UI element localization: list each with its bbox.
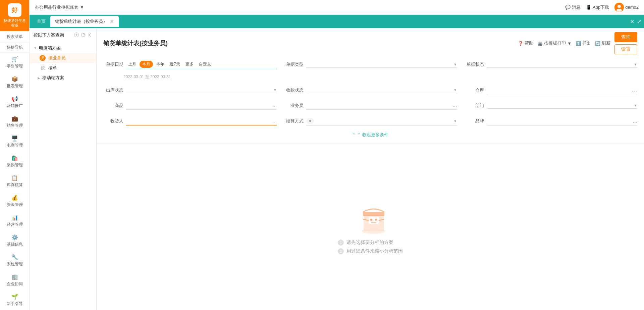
collapse-panel-button[interactable] (88, 33, 92, 38)
schema-group-mobile[interactable]: ▶ 移动端方案 (30, 73, 96, 83)
sidebar-item-newbie[interactable]: 🌱 新手引导 (0, 290, 29, 310)
tab-bar: 首页 销货单统计表（按业务员） ✕ ✕ ⤢ (30, 15, 644, 28)
wholesale-icon: 📦 (11, 76, 18, 82)
filter-type: 单据类型 ▼ (283, 58, 457, 71)
brand-control[interactable]: ... (487, 117, 637, 125)
print-label: 按模板打印 (544, 40, 566, 46)
svg-rect-13 (363, 212, 384, 216)
date-btn-this-month[interactable]: 本月 (140, 61, 153, 68)
message-icon: 💬 (565, 5, 571, 10)
schema-item-order-icon: 按 (40, 65, 46, 71)
collapse-up-icon: ⌃ ⌃ (352, 133, 361, 138)
sidebar-item-newbie-label: 新手引导 (7, 301, 23, 307)
add-schema-button[interactable] (74, 33, 79, 38)
company-selector[interactable]: 办公用品行业模拟账套 ▼ (35, 4, 84, 10)
collapse-button[interactable]: ⌃ ⌃ 收起更多条件 (349, 131, 392, 139)
sidebar-item-basic[interactable]: ⚙️ 基础信息 (0, 231, 29, 251)
tab-close-icon[interactable]: ✕ (110, 19, 114, 24)
type-filter-control[interactable]: ▼ (306, 61, 457, 68)
schema-desktop-items: 员 按业务员 按 按单 (30, 53, 96, 73)
goods-label: 商品 (103, 103, 123, 109)
status-dropdown-icon: ▼ (634, 62, 637, 66)
avatar (614, 3, 624, 12)
schema-item-by-salesman[interactable]: 员 按业务员 (30, 53, 96, 63)
window-maximize-button[interactable]: ⤢ (637, 18, 641, 25)
window-close-button[interactable]: ✕ (630, 18, 634, 25)
date-btn-custom[interactable]: 自定义 (197, 61, 213, 68)
schema-item-order-label: 按单 (48, 65, 57, 71)
sidebar-item-ecom[interactable]: 🖥️ 电商管理 (0, 132, 29, 152)
page-title: 销货单统计表(按业务员) (103, 39, 168, 47)
salesman-dots: ... (452, 102, 457, 108)
sidebar-item-finance[interactable]: 💰 资金管理 (0, 191, 29, 211)
sidebar-item-marketing[interactable]: 📢 营销推广 (0, 92, 29, 112)
sidebar-item-retail-label: 零售管理 (7, 63, 23, 69)
sidebar-item-inventory[interactable]: 📋 库存核算 (0, 171, 29, 191)
sidebar-item-wholesale[interactable]: 📦 批发管理 (0, 72, 29, 92)
help-button[interactable]: ❓ 帮助 (518, 40, 533, 46)
receiver-control[interactable]: ... (126, 117, 277, 125)
settle-control[interactable]: × ▼ (306, 117, 457, 125)
sidebar-item-operations[interactable]: 📊 经营管理 (0, 211, 29, 231)
date-btn-last-month[interactable]: 上月 (126, 61, 138, 68)
brand-label: 品牌 (464, 118, 484, 124)
svg-rect-19 (371, 222, 376, 223)
refresh-button[interactable]: 🔄 刷新 (595, 40, 610, 46)
out-status-control[interactable]: ▼ (126, 87, 277, 93)
empty-tip-1: 1 请先选择要分析的方案 (338, 240, 403, 246)
tab-home[interactable]: 首页 (32, 16, 50, 27)
salesman-control[interactable]: ... (306, 101, 457, 110)
main-area: 办公用品行业模拟账套 ▼ 💬 消息 📱 App下载 demo2 首页 (30, 0, 644, 310)
left-panel: 按以下方案查询 ▼ 电脑端方案 (30, 28, 97, 310)
status-filter-control[interactable]: ▼ (487, 61, 637, 68)
warehouse-control[interactable]: ... (487, 86, 637, 94)
refresh-label: 刷新 (602, 40, 610, 46)
user-action[interactable]: demo2 (614, 3, 639, 12)
date-btn-more[interactable]: 更多 (183, 61, 196, 68)
schema-item-by-order[interactable]: 按 按单 (30, 63, 96, 73)
sidebar-search[interactable]: 搜索菜单 (0, 31, 29, 43)
refresh-schema-button[interactable] (81, 33, 86, 38)
date-filter-label: 单据日期 (103, 61, 123, 67)
sidebar-quicknav[interactable]: 快捷导航 (0, 43, 29, 53)
pay-status-control[interactable]: ▼ (306, 87, 457, 93)
sidebar-item-sales[interactable]: 💼 销售管理 (0, 112, 29, 132)
message-label: 消息 (572, 4, 581, 10)
date-btn-this-year[interactable]: 本年 (154, 61, 166, 68)
left-panel-actions (74, 33, 92, 38)
svg-point-1 (618, 5, 621, 8)
pay-status-dropdown: ▼ (453, 88, 457, 92)
sidebar-logo[interactable]: 好 畅捷通好生意 标版 (0, 0, 29, 31)
filter-brand: 品牌 ... (464, 115, 637, 128)
tab-sales-stats[interactable]: 销货单统计表（按业务员） ✕ (50, 16, 119, 27)
export-button[interactable]: ⬆️ 导出 (576, 40, 591, 46)
print-button[interactable]: 🖨️ 按模板打印 ▼ (537, 40, 572, 46)
schema-group-mobile-label: 移动端方案 (42, 75, 64, 81)
date-btn-7days[interactable]: 近7天 (168, 61, 182, 68)
company-name: 办公用品行业模拟账套 (35, 4, 78, 10)
settle-tag[interactable]: × (306, 118, 314, 124)
filter-area: 单据日期 上月 本月 本年 近7天 更多 自定义 单据类型 (103, 58, 637, 129)
settle-x-icon[interactable]: × (309, 119, 311, 123)
tab-bar-right: ✕ ⤢ (630, 18, 644, 25)
filter-warehouse: 仓库 ... (464, 84, 637, 97)
filter-status: 单据状态 ▼ (464, 58, 637, 71)
sidebar-item-enterprise[interactable]: 🏢 企业协同 (0, 270, 29, 290)
dept-control[interactable]: ▼ (487, 102, 637, 109)
message-action[interactable]: 💬 消息 (565, 4, 581, 10)
query-button[interactable]: 查询 (614, 32, 637, 42)
sidebar-item-purchase[interactable]: 🛍️ 采购管理 (0, 152, 29, 171)
sidebar-item-retail[interactable]: 🛒 零售管理 (0, 53, 29, 72)
filter-salesman: 业务员 ... (283, 99, 457, 112)
warehouse-dots: ... (632, 87, 637, 93)
app-download-action[interactable]: 📱 App下载 (586, 4, 609, 10)
settings-button[interactable]: 设置 (614, 44, 637, 54)
filter-pay-status: 收款状态 ▼ (283, 84, 457, 97)
search-menu-label: 搜索菜单 (2, 34, 27, 40)
sidebar-item-wholesale-label: 批发管理 (7, 83, 23, 89)
goods-control[interactable]: ... (126, 101, 277, 110)
schema-group-desktop[interactable]: ▼ 电脑端方案 (30, 43, 96, 53)
app-download-icon: 📱 (586, 5, 591, 10)
svg-point-6 (82, 33, 85, 37)
sidebar-item-system[interactable]: 🔧 系统管理 (0, 251, 29, 270)
